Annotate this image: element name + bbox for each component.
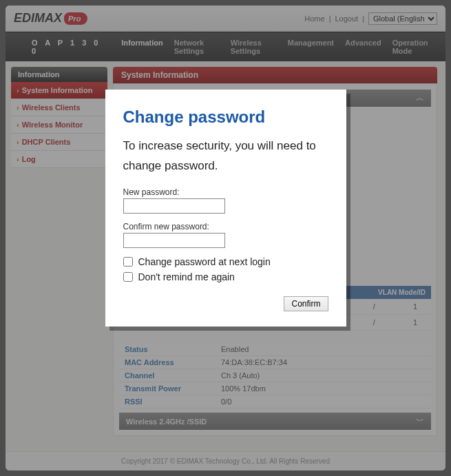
- modal-subtitle: To increase secturity, you will need to …: [123, 136, 328, 176]
- change-next-login-checkbox[interactable]: [123, 257, 133, 267]
- change-next-login-label: Change password at next login: [138, 256, 271, 267]
- dont-remind-checkbox[interactable]: [123, 272, 133, 282]
- modal-title: Change password: [123, 107, 328, 127]
- dont-remind-label: Don't remind me again: [138, 271, 235, 282]
- new-password-input[interactable]: [123, 198, 225, 214]
- confirm-password-input[interactable]: [123, 233, 225, 248]
- confirm-button[interactable]: Confirm: [284, 296, 328, 311]
- new-password-label: New password:: [123, 187, 328, 197]
- change-password-modal: Change password To increase secturity, y…: [105, 90, 346, 327]
- confirm-password-label: Confirm new password:: [123, 222, 328, 231]
- modal-overlay: Change password To increase secturity, y…: [0, 0, 451, 476]
